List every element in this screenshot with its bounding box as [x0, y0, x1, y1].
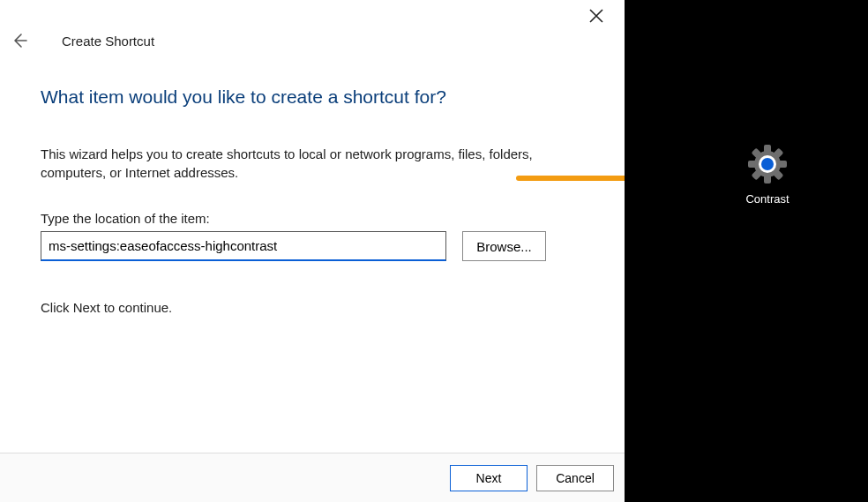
desktop-area: Contrast — [625, 0, 868, 502]
cancel-button[interactable]: Cancel — [536, 465, 614, 491]
location-input[interactable] — [41, 231, 446, 261]
location-label: Type the location of the item: — [41, 211, 210, 226]
wizard-header: Create Shortcut — [11, 32, 154, 49]
wizard-description: This wizard helps you to create shortcut… — [41, 145, 535, 182]
location-row: Browse... — [41, 231, 546, 261]
continue-instruction: Click Next to continue. — [41, 300, 172, 315]
create-shortcut-wizard: Create Shortcut What item would you like… — [0, 0, 625, 502]
next-button[interactable]: Next — [450, 465, 528, 491]
wizard-heading: What item would you like to create a sho… — [41, 86, 446, 108]
close-icon[interactable] — [587, 7, 605, 25]
back-arrow-icon[interactable] — [11, 32, 28, 49]
gear-icon — [748, 145, 787, 187]
wizard-footer: Next Cancel — [0, 453, 625, 502]
wizard-title: Create Shortcut — [62, 34, 154, 49]
svg-point-12 — [761, 158, 774, 170]
shortcut-label: Contrast — [745, 192, 789, 206]
browse-button[interactable]: Browse... — [462, 231, 546, 261]
contrast-shortcut[interactable]: Contrast — [743, 145, 792, 206]
